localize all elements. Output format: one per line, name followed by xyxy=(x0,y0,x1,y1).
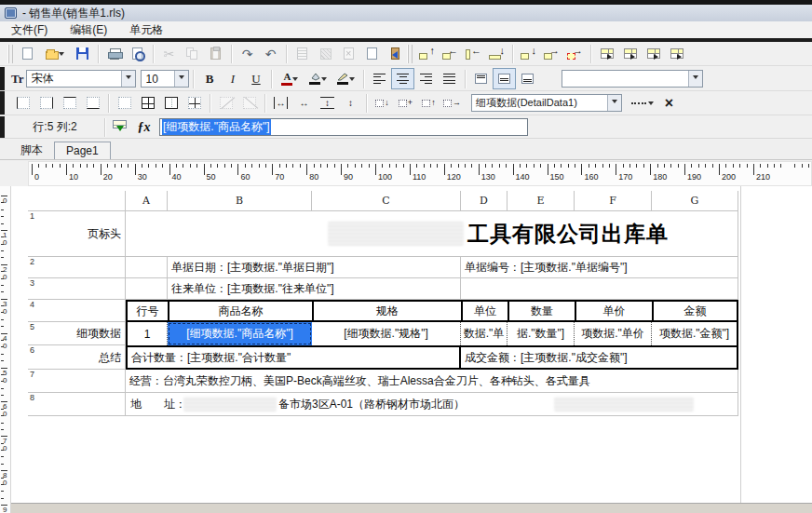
cell-doc-date[interactable]: 单据日期：[主项数据."单据日期"] xyxy=(168,257,461,278)
insert-band-left-button[interactable]: ← xyxy=(439,43,462,64)
column-header-c[interactable]: C xyxy=(312,191,461,211)
fit-height-button[interactable]: ↕ xyxy=(339,92,362,114)
fill-color-dropdown[interactable] xyxy=(321,77,327,84)
gutter-row-2[interactable]: 2 xyxy=(28,257,126,278)
merge-cells-button[interactable]: + xyxy=(394,92,417,114)
detail-unit[interactable]: 数据."单 xyxy=(461,322,508,345)
valign-bottom-button[interactable] xyxy=(516,68,539,89)
band-selector-dropdown[interactable] xyxy=(607,95,621,111)
border-inner-button[interactable] xyxy=(183,92,206,114)
toolbar-gripper[interactable] xyxy=(407,45,413,63)
gutter-row-4[interactable]: 4 xyxy=(28,300,126,322)
menu-edit[interactable]: 编辑(E) xyxy=(59,21,118,38)
insert-row-group-button[interactable]: ↓ xyxy=(485,43,508,64)
corner-cell[interactable] xyxy=(28,191,126,211)
detail-amount[interactable]: 项数据."金额"] xyxy=(652,322,738,345)
header-line-no[interactable]: 行号 xyxy=(126,300,168,322)
toolbar-gripper[interactable] xyxy=(7,45,13,63)
move-band-down-button[interactable] xyxy=(618,43,642,64)
cell-d3[interactable] xyxy=(461,278,738,300)
detail-line-no[interactable]: 1 xyxy=(126,322,168,345)
detail-spec[interactable]: [细项数据."规格"] xyxy=(312,322,461,345)
header-qty[interactable]: 数量 xyxy=(508,300,575,322)
band-label-page-header[interactable]: 页标头 xyxy=(88,226,121,242)
insert-band-above-button[interactable]: ↑ xyxy=(415,43,439,64)
header-unit[interactable]: 单位 xyxy=(461,300,508,322)
gutter-row-3[interactable]: 3 xyxy=(28,278,126,300)
design-canvas[interactable]: A B C D E F G 1 页标头 2 3 4 5 细项数据 6 总结 7 … xyxy=(11,186,812,503)
border-outer-button[interactable] xyxy=(159,92,183,114)
underline-button[interactable]: U xyxy=(244,68,267,89)
blank-page-button[interactable] xyxy=(360,43,384,64)
style-dropdown[interactable] xyxy=(688,71,702,87)
border-bottom-button[interactable] xyxy=(81,92,104,114)
summary-total-qty[interactable]: 合计数量：[主项数据."合计数量" xyxy=(126,345,461,370)
print-preview-button[interactable] xyxy=(126,43,149,64)
horizontal-scrollbar[interactable] xyxy=(11,503,812,513)
print-button[interactable] xyxy=(102,43,126,64)
menu-file[interactable]: 文件(F) xyxy=(0,21,59,38)
line-style-dropdown[interactable] xyxy=(648,101,654,108)
header-amount[interactable]: 金额 xyxy=(652,300,738,322)
band-row-page-header[interactable]: 1 页标头 xyxy=(28,211,126,257)
cell-business-scope[interactable]: 经营：台湾丸荣数控刀柄、美国P-Beck高端丝攻、瑞士Alessa合金刀片、各种… xyxy=(126,370,738,393)
font-color-dropdown[interactable] xyxy=(292,77,298,84)
insert-column-group-button[interactable]: ← xyxy=(462,43,485,64)
font-size-combo[interactable]: 10 xyxy=(141,70,189,88)
cell-a2[interactable] xyxy=(126,257,168,278)
insert-band-right-button[interactable]: → xyxy=(540,43,563,64)
apply-to-cell-button[interactable] xyxy=(109,116,132,138)
column-header-g[interactable]: G xyxy=(652,191,738,211)
style-combo[interactable] xyxy=(562,70,703,88)
split-cell-down-button[interactable]: ↓ xyxy=(371,92,394,114)
undo-button[interactable]: ↶ xyxy=(259,43,282,64)
open-button[interactable] xyxy=(39,43,71,64)
open-dropdown-icon[interactable] xyxy=(59,52,64,59)
align-center-button[interactable] xyxy=(391,68,414,89)
column-header-a[interactable]: A xyxy=(126,191,168,211)
band-label-summary[interactable]: 总结 xyxy=(99,349,121,365)
align-right-button[interactable] xyxy=(414,68,438,89)
detail-price[interactable]: 项数据."单价 xyxy=(575,322,652,345)
fill-color-button[interactable] xyxy=(304,68,332,89)
header-price[interactable]: 单价 xyxy=(575,300,652,322)
column-header-e[interactable]: E xyxy=(508,191,575,211)
font-family-dropdown[interactable] xyxy=(121,71,135,87)
move-column-left-button[interactable] xyxy=(642,43,665,64)
valign-middle-button[interactable] xyxy=(493,68,516,89)
band-label-detail[interactable]: 细项数据 xyxy=(76,326,121,342)
border-right-button[interactable] xyxy=(34,92,58,114)
column-header-d[interactable]: D xyxy=(461,191,508,211)
redo-button[interactable]: ↷ xyxy=(236,43,259,64)
border-none-button[interactable] xyxy=(113,92,136,114)
font-size-dropdown[interactable] xyxy=(174,71,188,87)
tab-page1[interactable]: Page1 xyxy=(54,142,111,159)
header-spec[interactable]: 规格 xyxy=(312,300,461,322)
insert-cell-up-button[interactable]: ↑ xyxy=(417,92,440,114)
line-style-button[interactable] xyxy=(628,92,657,114)
gutter-row-8[interactable]: 8 xyxy=(28,393,126,416)
detail-qty[interactable]: 据."数量"] xyxy=(508,322,575,345)
report-title-cell[interactable]: 工具有限公司出库单 xyxy=(126,211,738,257)
move-band-up-button[interactable] xyxy=(595,43,618,64)
cell-address[interactable]: 地 址： 备市场3区A-01（路桥钢材市场北面） xyxy=(126,393,738,416)
same-height-button[interactable]: ↕ xyxy=(316,92,339,114)
band-selector-combo[interactable]: 细项数据(DetailData1) xyxy=(471,94,622,112)
italic-button[interactable]: I xyxy=(221,68,244,89)
same-width-button[interactable]: ↔ xyxy=(269,92,292,114)
delete-button[interactable]: × xyxy=(657,92,681,114)
border-color-button[interactable] xyxy=(332,68,359,89)
border-top-button[interactable] xyxy=(58,92,81,114)
cell-doc-no[interactable]: 单据编号：[主项数据."单据编号"] xyxy=(461,257,738,278)
exit-designer-button[interactable] xyxy=(384,43,407,64)
column-header-b[interactable]: B xyxy=(168,191,312,211)
fit-width-button[interactable]: ↔ xyxy=(292,92,316,114)
border-left-button[interactable] xyxy=(11,92,34,114)
summary-total-amount[interactable]: 成交金额：[主项数据."成交金额"] xyxy=(461,345,738,370)
gutter-row-7[interactable]: 7 xyxy=(28,370,126,393)
move-column-right-button[interactable] xyxy=(665,43,688,64)
border-all-button[interactable] xyxy=(136,92,159,114)
insert-cell-right-button[interactable]: → xyxy=(440,92,464,114)
save-button[interactable] xyxy=(71,43,94,64)
header-product[interactable]: 商品名称 xyxy=(168,300,312,322)
